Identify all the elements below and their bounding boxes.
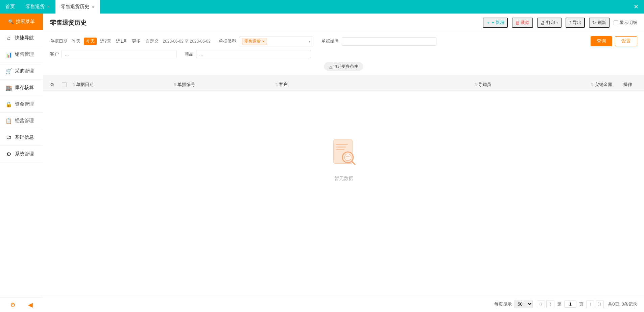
goods-input[interactable] bbox=[196, 50, 311, 58]
sidebar-item-sales-mgmt[interactable]: 📊销售管理 bbox=[0, 46, 43, 63]
col-no: ⇅ 单据编号 bbox=[172, 82, 273, 88]
empty-text: 暂无数据 bbox=[334, 176, 353, 182]
first-page-button[interactable]: ⟨⟨ bbox=[537, 300, 545, 308]
collapse-icon[interactable]: ◀ bbox=[28, 301, 33, 309]
sidebar-item-quick-nav[interactable]: ⌂快捷导航 bbox=[0, 30, 43, 46]
sidebar-item-system[interactable]: ⚙系统管理 bbox=[0, 146, 43, 162]
customer-input[interactable] bbox=[62, 50, 176, 58]
date-opt-custom[interactable]: 自定义 bbox=[144, 38, 160, 45]
sidebar: 🔍 搜索菜单 ⌂快捷导航📊销售管理🛒采购管理🏬库存核算🔒资金管理📋经营管理🗂基础… bbox=[0, 14, 43, 312]
purchase-mgmt-icon: 🛒 bbox=[5, 68, 12, 74]
sidebar-item-label-basic-info: 基础信息 bbox=[15, 134, 34, 140]
col-customer-sort-icon[interactable]: ⇅ bbox=[275, 83, 278, 86]
svg-rect-3 bbox=[336, 149, 344, 150]
delete-button[interactable]: 🗑 删除 bbox=[512, 18, 533, 28]
voucher-type-dropdown[interactable]: 零售退货 ✕ ▾ bbox=[239, 37, 313, 46]
show-detail-toggle[interactable]: 显示明细 bbox=[614, 20, 637, 26]
voucher-no-label: 单据编号 bbox=[321, 38, 339, 44]
col-guide-sort-icon[interactable]: ⇅ bbox=[474, 83, 477, 86]
col-no-sort-icon[interactable]: ⇅ bbox=[174, 83, 176, 86]
inventory-icon: 🏬 bbox=[5, 84, 12, 91]
col-amount-label: 实销金额 bbox=[595, 82, 612, 88]
date-opt-today[interactable]: 今天 bbox=[84, 38, 97, 45]
page-header: 零售退货历史 ＋ + 新增 🗑 删除 🖨 打印 ▾ ⤴ 导出 bbox=[43, 14, 644, 32]
col-date-label: 单据日期 bbox=[76, 82, 94, 88]
operation-icon: 📋 bbox=[5, 117, 12, 124]
voucher-type-tag-text: 零售退货 bbox=[244, 39, 261, 44]
customer-filter: 客户 bbox=[50, 50, 176, 58]
pagination-bar: 每页显示 10 20 50 100 ⟨⟨ ⟨ 第 页 ⟩ ⟩⟩ 共0页, 0条记… bbox=[43, 296, 644, 312]
date-range-display: 2023-06-02 至 2023-06-02 bbox=[163, 39, 210, 44]
tab-close-retail-return-history[interactable]: ✕ bbox=[91, 4, 95, 9]
page-label-prefix: 第 bbox=[557, 301, 562, 307]
goods-label: 商品 bbox=[185, 51, 193, 57]
date-label: 单据日期 bbox=[50, 38, 68, 44]
quick-nav-icon: ⌂ bbox=[5, 35, 12, 41]
print-icon: 🖨 bbox=[541, 20, 545, 25]
col-guide-label: 导购员 bbox=[478, 82, 491, 88]
page-label-suffix: 页 bbox=[579, 301, 583, 307]
col-no-label: 单据编号 bbox=[177, 82, 195, 88]
sidebar-item-finance[interactable]: 🔒资金管理 bbox=[0, 96, 43, 113]
empty-illustration bbox=[327, 136, 361, 170]
page-number-input[interactable] bbox=[564, 300, 576, 308]
date-opt-1month[interactable]: 近1月 bbox=[115, 38, 128, 45]
delete-icon: 🗑 bbox=[515, 20, 520, 25]
date-opt-more[interactable]: 更多 bbox=[130, 38, 142, 45]
tab-retail-return[interactable]: 零售退货 ✕ bbox=[20, 0, 55, 14]
prev-page-button[interactable]: ⟨ bbox=[546, 300, 554, 308]
customer-label: 客户 bbox=[50, 51, 59, 57]
svg-point-5 bbox=[344, 154, 351, 161]
sidebar-item-label-quick-nav: 快捷导航 bbox=[15, 35, 34, 41]
date-opt-yesterday[interactable]: 昨天 bbox=[70, 38, 82, 45]
export-button[interactable]: ⤴ 导出 bbox=[566, 18, 585, 28]
add-button[interactable]: ＋ + 新增 bbox=[483, 18, 508, 28]
filter-area: 单据日期 昨天 今天 近7天 近1月 更多 自定义 2023-06-02 至 2… bbox=[43, 32, 644, 75]
sidebar-search-button[interactable]: 🔍 搜索菜单 bbox=[0, 14, 43, 30]
tab-close-retail-return[interactable]: ✕ bbox=[47, 4, 50, 9]
basic-info-icon: 🗂 bbox=[5, 134, 12, 141]
collapse-row: △ 收起更多条件 bbox=[50, 61, 637, 71]
tab-home[interactable]: 首页 bbox=[0, 0, 20, 14]
per-page-select[interactable]: 10 20 50 100 bbox=[514, 300, 533, 308]
top-bar: 首页零售退货 ✕零售退货历史 ✕ ✕ bbox=[0, 0, 644, 14]
system-icon: ⚙ bbox=[5, 151, 12, 157]
tab-retail-return-history[interactable]: 零售退货历史 ✕ bbox=[55, 0, 100, 14]
voucher-type-tag-close[interactable]: ✕ bbox=[262, 40, 265, 43]
refresh-button[interactable]: ↻ 刷新 bbox=[589, 18, 610, 28]
sidebar-item-basic-info[interactable]: 🗂基础信息 bbox=[0, 129, 43, 146]
add-icon: ＋ bbox=[486, 20, 491, 26]
sidebar-item-label-operation: 经营管理 bbox=[15, 118, 34, 124]
voucher-no-input[interactable] bbox=[342, 37, 436, 46]
page-actions: ＋ + 新增 🗑 删除 🖨 打印 ▾ ⤴ 导出 ↻ bbox=[483, 18, 637, 28]
collapse-button[interactable]: △ 收起更多条件 bbox=[324, 62, 363, 71]
goods-filter: 商品 bbox=[185, 50, 311, 58]
print-button[interactable]: 🖨 打印 ▾ bbox=[537, 18, 562, 28]
col-amount-sort-icon[interactable]: ⇅ bbox=[591, 83, 594, 86]
sidebar-item-purchase-mgmt[interactable]: 🛒采购管理 bbox=[0, 63, 43, 80]
col-date-sort-icon[interactable]: ⇅ bbox=[72, 83, 75, 86]
table-settings-icon[interactable]: ⚙ bbox=[46, 82, 58, 87]
col-actions-label: 操作 bbox=[623, 82, 632, 88]
show-detail-checkbox[interactable] bbox=[614, 20, 618, 25]
window-close-button[interactable]: ✕ bbox=[628, 3, 644, 10]
sidebar-item-inventory[interactable]: 🏬库存核算 bbox=[0, 80, 43, 96]
voucher-type-filter: 单据类型 零售退货 ✕ ▾ bbox=[219, 37, 313, 46]
filter-settings-button[interactable]: 设置 bbox=[615, 36, 637, 46]
last-page-button[interactable]: ⟩⟩ bbox=[596, 300, 604, 308]
query-button[interactable]: 查询 bbox=[591, 36, 612, 46]
settings-icon[interactable]: ⚙ bbox=[10, 301, 16, 309]
col-amount: ⇅ 实销金额 bbox=[574, 82, 614, 88]
finance-icon: 🔒 bbox=[5, 101, 12, 108]
sidebar-item-operation[interactable]: 📋经营管理 bbox=[0, 113, 43, 129]
checkbox-icon bbox=[62, 82, 67, 87]
select-all-checkbox[interactable] bbox=[58, 82, 70, 87]
tab-list: 首页零售退货 ✕零售退货历史 ✕ bbox=[0, 0, 628, 14]
svg-rect-1 bbox=[336, 144, 348, 145]
date-options: 昨天 今天 近7天 近1月 更多 自定义 bbox=[70, 38, 160, 45]
sales-mgmt-icon: 📊 bbox=[5, 51, 12, 58]
show-detail-label: 显示明细 bbox=[620, 20, 637, 26]
date-opt-7days[interactable]: 近7天 bbox=[99, 38, 113, 45]
next-page-button[interactable]: ⟩ bbox=[586, 300, 594, 308]
per-page-label: 每页显示 bbox=[494, 301, 512, 307]
